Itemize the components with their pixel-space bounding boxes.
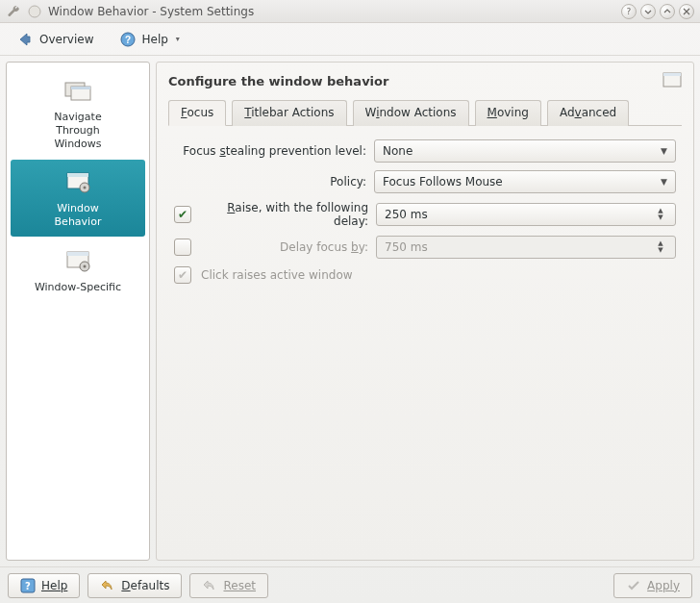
- content-pane: Configure the window behavior Focus Titl…: [156, 62, 694, 561]
- raise-checkbox[interactable]: ✔: [174, 206, 191, 223]
- svg-text:?: ?: [25, 581, 31, 591]
- click-raises-checkbox: ✔: [174, 266, 191, 284]
- sidebar-item-label: Window-Specific: [35, 281, 121, 294]
- overview-label: Overview: [39, 33, 94, 46]
- raise-label: Raise, with the following delay:: [199, 201, 368, 228]
- app-launcher-icon: [27, 4, 42, 19]
- help-menu-button[interactable]: ? Help ▾: [111, 26, 188, 53]
- sidebar-item-label: Window: [57, 202, 98, 215]
- tab-focus[interactable]: Focus: [168, 100, 226, 126]
- back-arrow-icon: [16, 31, 34, 48]
- delay-focus-checkbox[interactable]: [174, 239, 191, 256]
- chevron-down-icon: ▼: [661, 177, 667, 187]
- tab-advanced[interactable]: Advanced: [547, 100, 629, 126]
- window-gear-icon: [61, 167, 95, 198]
- window-icon: [662, 72, 682, 89]
- svg-point-0: [29, 6, 40, 17]
- delay-focus-spin: 750 ms ▲▼: [376, 236, 676, 259]
- spin-value: 750 ms: [385, 240, 654, 254]
- check-icon: [626, 578, 641, 593]
- svg-rect-7: [67, 173, 88, 177]
- svg-rect-15: [663, 73, 681, 76]
- chevron-down-icon: ▾: [176, 35, 180, 43]
- help-icon: ?: [119, 31, 137, 48]
- tab-bar: Focus Titlebar Actions Window Actions Mo…: [168, 99, 682, 126]
- select-value: None: [383, 144, 661, 158]
- policy-select[interactable]: Focus Follows Mouse ▼: [374, 170, 676, 193]
- svg-rect-11: [67, 252, 88, 256]
- sidebar-item-label: Windows: [54, 138, 101, 151]
- window-title: Window Behavior - System Settings: [48, 5, 615, 18]
- focus-stealing-label: Focus stealing prevention level:: [174, 144, 366, 158]
- help-menu-label: Help: [142, 33, 168, 46]
- sidebar-item-navigate[interactable]: Navigate Through Windows: [11, 68, 145, 158]
- wrench-icon: [6, 4, 21, 19]
- minimize-window-button[interactable]: [640, 4, 656, 19]
- defaults-button-label: Defaults: [121, 579, 169, 592]
- undo-icon: [100, 578, 115, 593]
- spin-buttons[interactable]: ▲▼: [654, 208, 667, 221]
- raise-delay-spin[interactable]: 250 ms ▲▼: [376, 203, 676, 226]
- tab-panel-focus: Focus stealing prevention level: None ▼ …: [168, 126, 682, 297]
- tab-titlebar-actions[interactable]: Titlebar Actions: [232, 100, 346, 126]
- sidebar-item-window-behavior[interactable]: Window Behavior: [11, 160, 145, 237]
- help-button[interactable]: ? Help: [8, 573, 80, 598]
- apply-button-label: Apply: [647, 579, 680, 592]
- close-window-button[interactable]: [679, 4, 694, 19]
- apply-button: Apply: [613, 573, 692, 598]
- maximize-window-button[interactable]: [660, 4, 675, 19]
- policy-label: Policy:: [174, 175, 366, 188]
- help-button-label: Help: [41, 579, 67, 592]
- help-window-button[interactable]: ?: [621, 4, 637, 19]
- sidebar-item-window-specific[interactable]: Window-Specific: [11, 239, 145, 302]
- chevron-down-icon: ▼: [661, 146, 667, 156]
- sidebar-item-label: Navigate: [54, 111, 101, 124]
- focus-stealing-select[interactable]: None ▼: [374, 139, 676, 163]
- tab-window-actions[interactable]: Window Actions: [353, 100, 469, 126]
- spin-buttons: ▲▼: [654, 240, 667, 254]
- page-heading: Configure the window behavior: [168, 74, 388, 88]
- spin-value: 250 ms: [385, 208, 654, 221]
- sidebar-item-label: Behavior: [55, 215, 102, 229]
- undo-icon: [202, 578, 217, 593]
- select-value: Focus Follows Mouse: [383, 175, 661, 188]
- svg-point-9: [84, 187, 87, 189]
- svg-point-13: [84, 264, 87, 267]
- svg-text:?: ?: [124, 35, 130, 45]
- delay-focus-label: Delay focus by:: [199, 240, 368, 254]
- defaults-button[interactable]: Defaults: [88, 573, 182, 598]
- sidebar: Navigate Through Windows Window Behavior…: [6, 62, 150, 561]
- svg-rect-5: [71, 87, 90, 89]
- reset-button-label: Reset: [223, 579, 256, 592]
- help-icon: ?: [20, 578, 36, 593]
- reset-button: Reset: [189, 573, 268, 598]
- overview-button[interactable]: Overview: [8, 26, 103, 53]
- window-gear-icon: [61, 246, 95, 277]
- sidebar-item-label: Through: [56, 124, 100, 138]
- tab-moving[interactable]: Moving: [475, 100, 541, 126]
- windows-stack-icon: [61, 76, 95, 107]
- click-raises-label: Click raises active window: [201, 268, 353, 282]
